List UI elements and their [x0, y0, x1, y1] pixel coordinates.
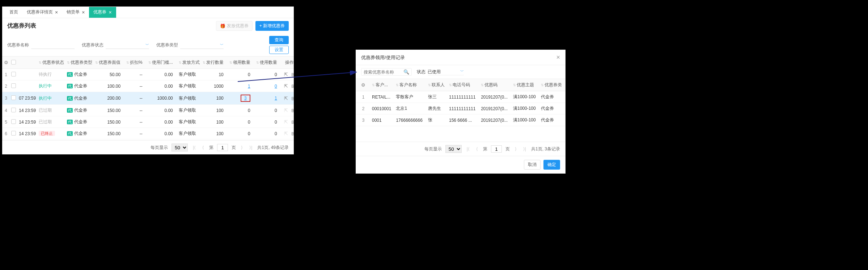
coupon-code-cell: 20191207(0... — [479, 115, 512, 126]
status-cell: 已过期 — [37, 116, 65, 128]
threshold-cell: 1000.00 — [147, 92, 177, 105]
close-icon[interactable]: × — [109, 9, 111, 15]
cancel-button[interactable]: 取消 — [524, 160, 541, 170]
col-discount[interactable]: ⇅折扣% — [125, 57, 147, 69]
col-threshold[interactable]: ⇅使用门槛... — [147, 57, 177, 69]
col-phone[interactable]: ⇅电话号码 — [448, 79, 479, 91]
table-row[interactable]: 2 执行中 代代金券 100.00 -- 0.00 客户领取 1000 1 0 … — [2, 80, 294, 92]
confirm-button[interactable]: 确定 — [543, 160, 560, 170]
share-icon[interactable]: ⇱ — [284, 96, 288, 101]
search-icon[interactable]: 🔍 — [403, 69, 409, 75]
modal-page-input[interactable] — [491, 145, 502, 153]
select-all-checkbox[interactable] — [11, 60, 16, 65]
filter-type-select[interactable]: ﹀ — [180, 41, 224, 49]
row-checkbox[interactable] — [11, 119, 16, 124]
page-title: 优惠券列表 — [7, 22, 36, 30]
col-status[interactable]: ⇅优惠券状态 — [37, 57, 65, 69]
first-page-button[interactable]: |⟨ — [191, 145, 197, 150]
claim-qty-link[interactable]: 1 — [248, 84, 250, 89]
tab-首页[interactable]: 首页 — [5, 7, 22, 18]
settings-button[interactable]: 设置 — [269, 46, 289, 54]
tab-优惠券[interactable]: 优惠券× — [89, 7, 116, 18]
close-icon[interactable]: × — [82, 9, 85, 15]
filter-status: 优惠券状态 ﹀ — [82, 41, 149, 49]
qrcode-icon[interactable]: ⊞ — [291, 83, 294, 89]
last-page-button[interactable]: ⟩| — [248, 145, 254, 150]
prev-page-button[interactable]: ⟨ — [475, 146, 479, 151]
col-claim-qty[interactable]: ⇅领用数量 — [228, 57, 255, 69]
row-checkbox[interactable] — [11, 95, 16, 100]
per-page-select[interactable]: 50 — [172, 144, 188, 151]
table-row[interactable]: 5 14 23:59 已过期 代代金券 150.00 -- 0.00 客户领取 … — [2, 116, 294, 128]
table-row[interactable]: 2 00010001 北京1 唐先生 11111111111 20191207(… — [356, 103, 565, 115]
col-coupon-type[interactable]: ⇅优惠券类 — [539, 79, 566, 91]
share-icon[interactable]: ⇱ — [284, 108, 288, 113]
table-row[interactable]: 3 0001 17666666666 张 156 6666 ... 201912… — [356, 115, 565, 126]
next-page-button[interactable]: ⟩ — [240, 145, 244, 150]
action-cell: ⇱ ⊞ — [281, 116, 294, 128]
distribute-coupon-button[interactable]: 🎁 发放优惠券 — [216, 21, 253, 31]
share-icon[interactable]: ⇱ — [284, 72, 288, 77]
cust-name-cell: 北京1 — [394, 103, 426, 115]
table-row[interactable]: 4 14 23:59 已过期 代代金券 150.00 -- 0.00 客户领取 … — [2, 105, 294, 116]
action-cell: ⇱ ⊞ — [281, 92, 294, 105]
qrcode-icon[interactable]: ⊞ — [291, 72, 294, 77]
header-actions: 🎁 发放优惠券 + 新增优惠券 — [216, 21, 289, 31]
filter-status-select[interactable]: ﹀ — [106, 41, 149, 49]
face-value-cell: 150.00 — [94, 128, 125, 140]
col-cust-name[interactable]: ⇅客户名称 — [394, 79, 426, 91]
claim-qty-cell: 0 — [228, 105, 255, 116]
close-icon[interactable]: × — [556, 54, 560, 61]
row-checkbox[interactable] — [11, 131, 16, 136]
table-row[interactable]: 1 RETAIL... 零散客户 张三 11111111111 20191207… — [356, 91, 565, 103]
share-icon[interactable]: ⇱ — [284, 83, 288, 89]
modal-per-page-select[interactable]: 50 — [445, 145, 462, 153]
chevron-down-icon: ﹀ — [145, 42, 149, 47]
prev-page-button[interactable]: ⟨ — [201, 145, 206, 150]
next-page-button[interactable]: ⟩ — [513, 146, 518, 151]
col-coupon-subject[interactable]: ⇅优惠主题 — [512, 79, 539, 91]
use-qty-link[interactable]: 0 — [275, 84, 277, 89]
close-icon[interactable]: × — [55, 9, 58, 15]
col-cust-code[interactable]: ⇅客户... — [371, 79, 394, 91]
modal-search-input[interactable] — [364, 70, 403, 75]
first-page-button[interactable]: |⟨ — [465, 146, 471, 151]
last-page-button[interactable]: ⟩| — [522, 146, 528, 151]
row-checkbox[interactable] — [11, 108, 16, 112]
claim-qty-link[interactable]: 3 — [244, 96, 247, 101]
row-checkbox[interactable] — [11, 83, 16, 88]
modal-status-select[interactable]: 已使用 ﹀ — [428, 69, 464, 75]
col-type[interactable]: ⇅优惠券类型 — [65, 57, 94, 69]
filter-buttons: 查询 设置 — [269, 36, 289, 54]
tab-优惠券详情页[interactable]: 优惠券详情页× — [22, 7, 62, 18]
col-use-qty[interactable]: ⇅使用数量 — [255, 57, 281, 69]
filter-name-input[interactable] — [31, 41, 75, 49]
share-icon[interactable]: ⇱ — [284, 131, 288, 136]
share-icon[interactable]: ⇱ — [284, 119, 288, 125]
use-qty-link[interactable]: 1 — [275, 96, 277, 101]
qrcode-icon[interactable]: ⊞ — [291, 96, 294, 101]
row-checkbox[interactable] — [11, 72, 16, 76]
page-input[interactable] — [217, 144, 228, 151]
contact-cell: 张 — [427, 115, 448, 126]
issue-qty-cell: 100 — [201, 105, 228, 116]
col-face-value[interactable]: ⇅优惠券面值 — [94, 57, 125, 69]
search-button[interactable]: 查询 — [269, 36, 289, 44]
table-row[interactable]: 3 07 23:59 执行中 代代金券 200.00 -- 1000.00 客户… — [2, 92, 294, 105]
gear-icon[interactable]: ⚙ — [4, 60, 8, 65]
qrcode-icon[interactable]: ⊞ — [291, 119, 294, 125]
tab-销货单[interactable]: 销货单× — [62, 7, 89, 18]
add-coupon-button[interactable]: + 新增优惠券 — [255, 21, 289, 31]
col-contact[interactable]: ⇅联系人 — [427, 79, 448, 91]
col-coupon-code[interactable]: ⇅优惠码 — [479, 79, 512, 91]
table-row[interactable]: 6 14 23:59 已终止 代代金券 150.00 -- 0.00 客户领取 … — [2, 128, 294, 140]
col-distribute-method[interactable]: ⇅发放方式 — [177, 57, 201, 69]
col-time[interactable] — [17, 57, 37, 69]
col-issue-qty[interactable]: ⇅发行数量 — [201, 57, 228, 69]
qrcode-icon[interactable]: ⊞ — [291, 108, 294, 113]
gear-icon[interactable]: ⚙ — [361, 82, 365, 88]
qrcode-icon[interactable]: ⊞ — [291, 131, 294, 136]
modal-search-box[interactable]: 🔍 — [361, 68, 412, 76]
table-row[interactable]: 1 待执行 代代金券 50.00 -- 0.00 客户领取 10 0 0 ⇱ ⊞ — [2, 69, 294, 80]
type-cell: 代代金券 — [65, 116, 94, 128]
